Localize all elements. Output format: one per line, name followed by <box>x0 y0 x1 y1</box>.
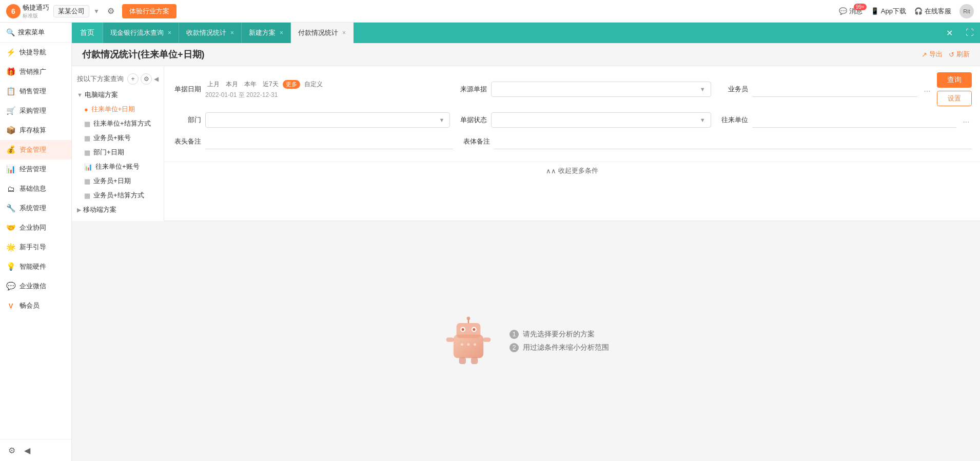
settings-icon[interactable]: ⚙ <box>104 4 118 18</box>
filter-settings-button[interactable]: 设置 <box>937 91 972 106</box>
quick-nav-icon: ⚡ <box>6 48 15 57</box>
filter-dept-select[interactable]: ▼ <box>205 112 450 128</box>
svg-rect-9 <box>483 337 491 342</box>
search-menu-label: 搜索菜单 <box>18 28 45 37</box>
tab-home[interactable]: 首页 <box>72 23 103 43</box>
scheme-group-mobile-header[interactable]: ▶ 移动端方案 <box>72 203 164 217</box>
collapse-conditions-button[interactable]: ∧∧ 收起更多条件 <box>164 162 980 179</box>
sidebar-item-marketing[interactable]: 🎁 营销推广 <box>0 62 71 82</box>
sidebar-item-basic[interactable]: 🗂 基础信息 <box>0 179 71 198</box>
tab-payment-close-icon[interactable]: × <box>342 29 346 36</box>
tab-new-scheme[interactable]: 新建方案 × <box>242 23 291 43</box>
online-service-button[interactable]: 🎧 在线客服 <box>914 7 951 16</box>
sidebar-item-business[interactable]: 📊 经营管理 <box>0 159 71 179</box>
sidebar-item-guide[interactable]: 🌟 新手引导 <box>0 237 71 257</box>
tab-new-scheme-label: 新建方案 <box>249 28 276 37</box>
industry-button[interactable]: 体验行业方案 <box>122 4 177 18</box>
empty-tip-2: 2 用过滤条件来缩小分析范围 <box>509 343 609 352</box>
query-button[interactable]: 查询 <box>937 72 972 88</box>
svg-rect-10 <box>459 357 466 364</box>
tab-bar: 首页 现金银行流水查询 × 收款情况统计 × 新建方案 × 付款情况统计 × ✕… <box>72 23 980 43</box>
date-btn-this-year[interactable]: 本年 <box>242 79 259 90</box>
scheme-collapse-button[interactable]: ◀ <box>154 75 159 83</box>
scheme-item-unit-settle-icon: ▦ <box>84 120 90 128</box>
sidebar-item-sales[interactable]: 📋 销售管理 <box>0 82 71 101</box>
filter-form: 单据日期 上月 本月 本年 近7天 更多 自定义 20 <box>164 66 980 162</box>
svg-rect-11 <box>471 357 478 364</box>
filter-related-input[interactable] <box>752 112 956 128</box>
tab-payment[interactable]: 付款情况统计 × <box>291 23 354 43</box>
scheme-item-staff-account[interactable]: ▦ 业务员+账号 <box>72 131 164 145</box>
date-btn-custom[interactable]: 自定义 <box>302 79 325 90</box>
filter-staff-input[interactable] <box>752 82 917 97</box>
svg-point-14 <box>474 343 476 346</box>
sidebar-item-enterprise[interactable]: 🤝 企业协同 <box>0 218 71 237</box>
filter-bill-status-select[interactable]: ▼ <box>491 112 711 128</box>
export-button[interactable]: ↗ 导出 <box>922 50 943 59</box>
filter-field-note1: 表头备注 <box>172 134 453 149</box>
sidebar-item-finance[interactable]: 💰 资金管理 <box>0 140 71 159</box>
scheme-item-staff-settle[interactable]: ▦ 业务员+结算方式 <box>72 188 164 203</box>
filter-staff-more-icon[interactable]: … <box>922 85 933 93</box>
date-btn-last-month[interactable]: 上月 <box>205 79 222 90</box>
sidebar-item-system[interactable]: 🔧 系统管理 <box>0 198 71 218</box>
messages-button[interactable]: 💬 消息 99+ <box>839 7 863 16</box>
filter-note2-input[interactable] <box>494 134 972 149</box>
filter-field-note2: 表体备注 <box>461 134 972 149</box>
scheme-item-unit-settle[interactable]: ▦ 往来单位+结算方式 <box>72 116 164 131</box>
filter-note1-input[interactable] <box>205 134 453 149</box>
scheme-item-dept-date-label: 部门+日期 <box>93 148 124 157</box>
sidebar-settings-icon[interactable]: ⚙ <box>6 445 17 456</box>
scheme-item-staff-date-icon: ▦ <box>84 177 90 185</box>
sidebar-item-hardware[interactable]: 💡 智能硬件 <box>0 257 71 276</box>
scheme-item-dept-date[interactable]: ▦ 部门+日期 <box>72 145 164 159</box>
scheme-item-unit-date[interactable]: ● 往来单位+日期 <box>72 102 164 116</box>
svg-point-13 <box>467 343 470 346</box>
scheme-settings-button[interactable]: ⚙ <box>141 73 152 85</box>
marketing-icon: 🎁 <box>6 67 15 76</box>
scheme-add-button[interactable]: + <box>127 73 139 85</box>
sidebar-item-inventory[interactable]: 📦 库存核算 <box>0 121 71 140</box>
tab-receipt-close-icon[interactable]: × <box>230 29 234 36</box>
scheme-group-desktop-header[interactable]: ▼ 电脑端方案 <box>72 88 164 102</box>
sidebar-label-system: 系统管理 <box>19 204 46 213</box>
top-bar: 6 畅捷通巧 标准版 某某公司 ▼ ⚙ 体验行业方案 💬 消息 99+ 📱 Ap… <box>0 0 980 23</box>
filter-field-staff: 业务员 … 查询 设置 <box>719 72 972 106</box>
tab-bank[interactable]: 现金银行流水查询 × <box>103 23 179 43</box>
sidebar-item-wechat[interactable]: 💬 企业微信 <box>0 276 71 296</box>
filter-bill-status-arrow-icon: ▼ <box>700 117 705 123</box>
date-btn-this-month[interactable]: 本月 <box>224 79 240 90</box>
sidebar-item-member[interactable]: V 畅会员 <box>0 296 71 315</box>
scheme-group-desktop-label: 电脑端方案 <box>85 90 118 99</box>
date-btn-more[interactable]: 更多 <box>283 80 300 89</box>
company-selector[interactable]: 某某公司 <box>53 5 89 17</box>
tab-bank-close-icon[interactable]: × <box>168 29 171 36</box>
sidebar-collapse-icon[interactable]: ◀ <box>22 445 33 456</box>
tab-receipt[interactable]: 收款情况统计 × <box>179 23 242 43</box>
service-icon: 🎧 <box>914 7 923 15</box>
purchase-icon: 🛒 <box>6 106 15 115</box>
search-menu-button[interactable]: 🔍 搜索菜单 <box>0 23 71 43</box>
app-download-button[interactable]: 📱 App下载 <box>871 7 906 16</box>
refresh-label: 刷新 <box>956 50 970 59</box>
filter-source-select[interactable]: ▼ <box>491 82 711 97</box>
filter-date-group: 上月 本月 本年 近7天 更多 自定义 2022-01-01 至 2022-12… <box>205 79 325 99</box>
sidebar-label-basic: 基础信息 <box>19 184 46 193</box>
sidebar-label-enterprise: 企业协同 <box>19 223 46 232</box>
avatar[interactable]: Rit <box>959 4 974 18</box>
filter-date-buttons: 上月 本月 本年 近7天 更多 自定义 <box>205 79 325 90</box>
sidebar-item-quick-nav[interactable]: ⚡ 快捷导航 <box>0 43 71 62</box>
date-btn-7days[interactable]: 近7天 <box>261 79 281 90</box>
filter-related-more-icon[interactable]: … <box>961 116 972 124</box>
tab-fullscreen-icon[interactable]: ⛶ <box>959 23 980 43</box>
message-icon: 💬 <box>839 7 847 15</box>
refresh-button[interactable]: ↺ 刷新 <box>949 50 970 59</box>
filter-note2-label: 表体备注 <box>461 137 490 146</box>
empty-tip-2-text: 用过滤条件来缩小分析范围 <box>523 343 609 352</box>
company-chevron-icon[interactable]: ▼ <box>93 8 100 15</box>
scheme-item-staff-date[interactable]: ▦ 业务员+日期 <box>72 174 164 188</box>
scheme-item-unit-account[interactable]: 📊 往来单位+账号 <box>72 159 164 174</box>
tab-new-scheme-close-icon[interactable]: × <box>280 29 283 36</box>
sidebar-item-purchase[interactable]: 🛒 采购管理 <box>0 101 71 121</box>
tab-close-all-icon[interactable]: ✕ <box>939 23 959 43</box>
